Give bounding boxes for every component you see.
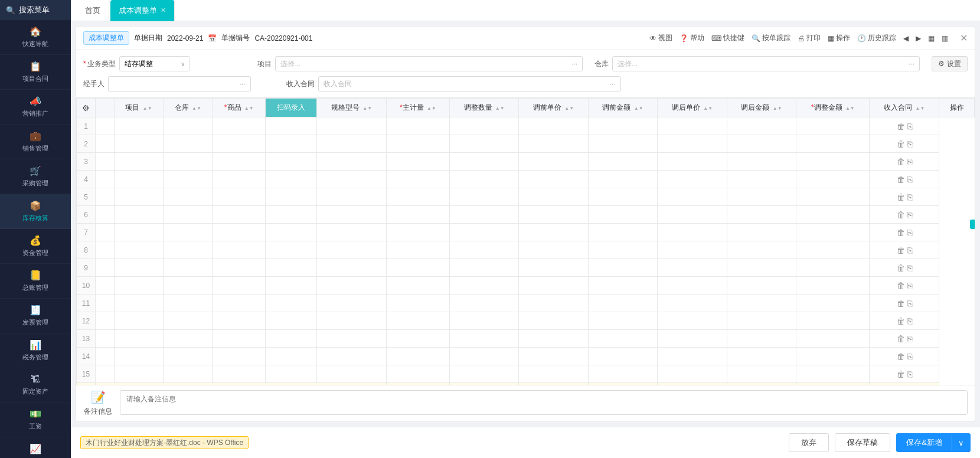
- cell-row-5-income-contract[interactable]: [796, 188, 870, 206]
- cell-row-5-project[interactable]: [96, 188, 115, 206]
- cell-row-11-adjust-qty[interactable]: [386, 295, 449, 312]
- project-input[interactable]: 选择... ···: [275, 56, 583, 71]
- cell-row-8-adjust-qty[interactable]: [386, 241, 449, 259]
- sidebar-item-payroll[interactable]: 💵 工资: [0, 403, 71, 437]
- cell-row-10-scan[interactable]: [213, 277, 266, 295]
- cell-row-4-scan[interactable]: [213, 171, 266, 188]
- cell-row-8-post-amount[interactable]: [658, 241, 727, 259]
- sidebar-item-sales-mgmt[interactable]: 💼 销售管理: [0, 125, 71, 159]
- cell-row-10-product[interactable]: [164, 277, 213, 295]
- cell-row-12-pre-unit-price[interactable]: [449, 312, 518, 330]
- cell-row-1-income-contract[interactable]: [796, 117, 870, 135]
- cell-row-3-warehouse[interactable]: [115, 153, 164, 171]
- cell-row-2-income-contract[interactable]: [796, 135, 870, 153]
- cell-row-9-pre-unit-price[interactable]: [449, 259, 518, 277]
- cell-row-9-adjust-amount[interactable]: [727, 259, 796, 277]
- cell-row-11-post-unit-price[interactable]: [588, 295, 657, 312]
- cell-row-8-scan[interactable]: [213, 241, 266, 259]
- delete-row-2-btn[interactable]: 🗑: [897, 139, 905, 149]
- cell-row-7-post-unit-price[interactable]: [588, 224, 657, 241]
- sort-post-amount[interactable]: ▲▼: [773, 106, 782, 111]
- cell-row-15-product[interactable]: [164, 365, 213, 383]
- cell-row-9-pre-amount[interactable]: [519, 259, 588, 277]
- cell-row-7-spec[interactable]: [266, 224, 317, 241]
- cell-row-6-scan[interactable]: [213, 206, 266, 224]
- cell-row-8-warehouse[interactable]: [115, 241, 164, 259]
- nav-prev[interactable]: ◀: [903, 34, 909, 42]
- cell-row-1-main-unit[interactable]: [317, 117, 386, 135]
- delete-row-8-btn[interactable]: 🗑: [897, 246, 905, 255]
- toolbar-history[interactable]: 🕐 历史跟踪: [857, 33, 896, 43]
- cell-row-7-product[interactable]: [164, 224, 213, 241]
- toolbar-view[interactable]: 👁 视图: [649, 33, 672, 43]
- settings-button[interactable]: ⚙ 设置: [932, 56, 968, 71]
- delete-row-14-btn[interactable]: 🗑: [897, 352, 905, 361]
- cell-row-12-adjust-qty[interactable]: [386, 312, 449, 330]
- cell-row-10-project[interactable]: [96, 277, 115, 295]
- cell-row-10-adjust-amount[interactable]: [727, 277, 796, 295]
- cell-row-10-pre-unit-price[interactable]: [449, 277, 518, 295]
- biz-type-select[interactable]: 结存调整 ∨: [119, 56, 190, 71]
- cell-row-7-scan[interactable]: [213, 224, 266, 241]
- cell-row-6-post-amount[interactable]: [658, 206, 727, 224]
- cell-row-13-product[interactable]: [164, 330, 213, 348]
- cell-row-13-income-contract[interactable]: [796, 330, 870, 348]
- cell-row-14-warehouse[interactable]: [115, 348, 164, 365]
- cell-row-14-pre-amount[interactable]: [519, 348, 588, 365]
- cell-row-2-scan[interactable]: [213, 135, 266, 153]
- cell-row-9-post-amount[interactable]: [658, 259, 727, 277]
- cell-row-15-post-unit-price[interactable]: [588, 365, 657, 383]
- cell-row-3-product[interactable]: [164, 153, 213, 171]
- cell-row-8-main-unit[interactable]: [317, 241, 386, 259]
- cell-row-7-post-amount[interactable]: [658, 224, 727, 241]
- cell-row-4-pre-unit-price[interactable]: [449, 171, 518, 188]
- cell-row-8-income-contract[interactable]: [796, 241, 870, 259]
- cell-row-12-spec[interactable]: [266, 312, 317, 330]
- income-contract-input[interactable]: 收入合同 ···: [318, 76, 621, 91]
- cell-row-13-pre-amount[interactable]: [519, 330, 588, 348]
- cell-row-10-spec[interactable]: [266, 277, 317, 295]
- cell-row-9-income-contract[interactable]: [796, 259, 870, 277]
- cell-row-2-adjust-amount[interactable]: [727, 135, 796, 153]
- handler-ellipsis[interactable]: ···: [240, 80, 246, 88]
- cell-row-15-adjust-amount[interactable]: [727, 365, 796, 383]
- col-gear[interactable]: ⚙: [77, 99, 96, 117]
- cell-row-13-adjust-amount[interactable]: [727, 330, 796, 348]
- cell-row-4-income-contract[interactable]: [796, 171, 870, 188]
- cell-row-15-main-unit[interactable]: [317, 365, 386, 383]
- cell-row-8-product[interactable]: [164, 241, 213, 259]
- cell-row-13-pre-unit-price[interactable]: [449, 330, 518, 348]
- cell-row-6-post-unit-price[interactable]: [588, 206, 657, 224]
- cell-row-6-warehouse[interactable]: [115, 206, 164, 224]
- cell-row-2-pre-amount[interactable]: [519, 135, 588, 153]
- cell-row-10-income-contract[interactable]: [796, 277, 870, 295]
- cell-row-15-income-contract[interactable]: [796, 365, 870, 383]
- cell-row-15-pre-unit-price[interactable]: [449, 365, 518, 383]
- cell-row-11-product[interactable]: [164, 295, 213, 312]
- copy-row-7-btn[interactable]: ⎘: [907, 228, 912, 237]
- sort-post-unit-price[interactable]: ▲▼: [703, 106, 713, 111]
- delete-row-9-btn[interactable]: 🗑: [897, 263, 905, 273]
- cell-row-6-project[interactable]: [96, 206, 115, 224]
- save-new-arrow-btn[interactable]: ∨: [952, 435, 970, 451]
- cell-row-13-spec[interactable]: [266, 330, 317, 348]
- cell-row-13-project[interactable]: [96, 330, 115, 348]
- cell-row-4-product[interactable]: [164, 171, 213, 188]
- copy-row-13-btn[interactable]: ⎘: [907, 334, 912, 344]
- save-draft-button[interactable]: 保存草稿: [835, 433, 890, 452]
- sidebar-item-invoice-mgmt[interactable]: 🧾 发票管理: [0, 299, 71, 333]
- sidebar-search[interactable]: 🔍 搜索菜单: [0, 0, 71, 20]
- cell-row-9-post-unit-price[interactable]: [588, 259, 657, 277]
- sidebar-item-project-contract[interactable]: 📋 项目合同: [0, 55, 71, 90]
- cell-row-8-adjust-amount[interactable]: [727, 241, 796, 259]
- cell-row-13-post-unit-price[interactable]: [588, 330, 657, 348]
- cell-row-2-post-amount[interactable]: [658, 135, 727, 153]
- delete-row-1-btn[interactable]: 🗑: [897, 122, 905, 131]
- cell-row-9-scan[interactable]: [213, 259, 266, 277]
- cell-row-10-main-unit[interactable]: [317, 277, 386, 295]
- cell-row-6-main-unit[interactable]: [317, 206, 386, 224]
- cell-row-5-pre-amount[interactable]: [519, 188, 588, 206]
- copy-row-3-btn[interactable]: ⎘: [907, 157, 912, 166]
- nav-next[interactable]: ▶: [916, 34, 921, 42]
- copy-row-9-btn[interactable]: ⎘: [907, 263, 912, 273]
